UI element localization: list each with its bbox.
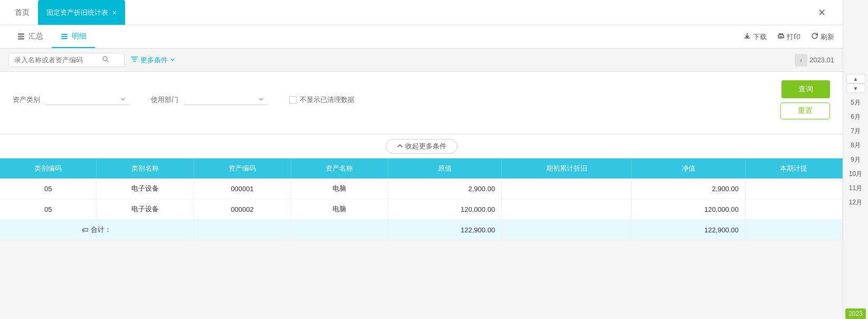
cell-opening-accum-dep bbox=[502, 179, 632, 199]
cell-current-period bbox=[745, 179, 842, 199]
right-sidebar: ▲ ▼ 5月 6月 7月 8月 9月 10月 11月 12月 2023 bbox=[843, 0, 868, 319]
col-asset-name: 资产名称 bbox=[291, 158, 388, 179]
filter-actions: 查询 重置 bbox=[780, 80, 830, 119]
svg-rect-7 bbox=[779, 36, 783, 37]
list-icon bbox=[60, 32, 69, 41]
table-total-row: 🏷 合计： 122,900.00 122,900.00 bbox=[0, 220, 843, 240]
date-label: 2023.01 bbox=[809, 56, 834, 64]
arrow-right-icon: › bbox=[800, 57, 802, 64]
cell-asset-name: 电脑 bbox=[291, 179, 388, 199]
cell-category-name: 电子设备 bbox=[97, 179, 194, 199]
col-net-value: 净值 bbox=[632, 158, 745, 179]
cell-opening-accum-dep bbox=[502, 199, 632, 220]
svg-rect-3 bbox=[61, 34, 68, 35]
usage-dept-field: 使用部门 bbox=[151, 95, 268, 105]
collapse-btn[interactable]: 收起更多条件 bbox=[386, 139, 457, 154]
scroll-down-btn[interactable]: ▼ bbox=[846, 83, 865, 93]
svg-point-8 bbox=[103, 57, 107, 61]
cell-asset-code: 000002 bbox=[194, 199, 291, 220]
svg-rect-4 bbox=[61, 36, 68, 37]
cell-total-label: 🏷 合计： bbox=[0, 220, 194, 240]
filter-icon bbox=[131, 55, 138, 64]
col-category-code: 类别编码 bbox=[0, 158, 97, 179]
year-badge[interactable]: 2023 bbox=[845, 308, 866, 319]
print-icon bbox=[777, 32, 785, 41]
cell-original-value: 2,900.00 bbox=[388, 179, 501, 199]
more-conditions-label: 更多条件 bbox=[140, 55, 168, 65]
query-button[interactable]: 查询 bbox=[781, 80, 830, 98]
tab-close-icon[interactable]: × bbox=[112, 8, 117, 17]
print-label: 打印 bbox=[787, 32, 800, 42]
tag-icon: 🏷 bbox=[82, 226, 89, 234]
asset-category-label: 资产类别 bbox=[13, 95, 40, 105]
reset-button[interactable]: 重置 bbox=[780, 102, 830, 119]
collapse-bar: 收起更多条件 bbox=[0, 135, 843, 158]
search-bar: 更多条件 › 2023.01 bbox=[0, 49, 843, 72]
chevron-up-icon bbox=[397, 143, 403, 151]
expand-arrow-btn[interactable]: › bbox=[795, 54, 807, 67]
svg-rect-2 bbox=[18, 38, 24, 40]
top-nav: 首页 固定资产折旧统计表 × ✕ bbox=[0, 0, 843, 25]
tab-summary[interactable]: 汇总 bbox=[8, 25, 52, 48]
svg-rect-0 bbox=[18, 33, 24, 35]
cell-total-net-value: 122,900.00 bbox=[632, 220, 745, 240]
cell-original-value: 120,000.00 bbox=[388, 199, 501, 220]
usage-dept-label: 使用部门 bbox=[151, 95, 178, 105]
month-7[interactable]: 7月 bbox=[847, 125, 864, 138]
search-input-wrap[interactable] bbox=[8, 53, 125, 67]
collapse-label: 收起更多条件 bbox=[405, 142, 446, 151]
col-current-period: 本期计提 bbox=[745, 158, 842, 179]
exclude-cleared-checkbox-wrap[interactable]: 不显示已清理数据 bbox=[289, 95, 355, 105]
cell-net-value: 2,900.00 bbox=[632, 179, 745, 199]
col-opening-accum-dep: 期初累计折旧 bbox=[502, 158, 632, 179]
cell-total-opening-accum-dep bbox=[502, 220, 632, 240]
cell-category-name: 电子设备 bbox=[97, 199, 194, 220]
cell-category-code: 05 bbox=[0, 179, 97, 199]
svg-rect-5 bbox=[61, 38, 68, 39]
filter-row-1: 资产类别 使用部门 bbox=[13, 80, 830, 119]
layers-icon bbox=[17, 32, 25, 41]
table-row: 05 电子设备 000001 电脑 2,900.00 2,900.00 bbox=[0, 179, 843, 199]
month-5[interactable]: 5月 bbox=[847, 96, 864, 109]
toolbar-right: 下载 打印 刷新 bbox=[743, 32, 834, 42]
table-row: 05 电子设备 000002 电脑 120,000.00 120,000.00 bbox=[0, 199, 843, 220]
main-tab[interactable]: 固定资产折旧统计表 × bbox=[38, 0, 125, 25]
cell-category-code: 05 bbox=[0, 199, 97, 220]
table-header-row: 类别编码 类别名称 资产编码 资产名称 原值 期初累计折旧 净值 本期计提 bbox=[0, 158, 843, 179]
download-icon bbox=[743, 32, 751, 41]
asset-category-select[interactable] bbox=[45, 95, 130, 105]
month-10[interactable]: 10月 bbox=[846, 167, 865, 181]
month-9[interactable]: 9月 bbox=[847, 153, 864, 166]
svg-rect-1 bbox=[18, 35, 24, 37]
window-close-icon[interactable]: ✕ bbox=[809, 7, 834, 18]
exclude-cleared-checkbox[interactable] bbox=[289, 96, 297, 104]
download-label: 下载 bbox=[753, 32, 767, 42]
month-12[interactable]: 12月 bbox=[846, 196, 865, 209]
cell-total-empty-1 bbox=[194, 220, 291, 240]
month-6[interactable]: 6月 bbox=[847, 110, 864, 124]
cell-total-empty-2 bbox=[291, 220, 388, 240]
scroll-arrows: ▲ ▼ bbox=[843, 74, 869, 93]
month-8[interactable]: 8月 bbox=[847, 139, 864, 152]
home-link[interactable]: 首页 bbox=[8, 8, 36, 17]
col-category-name: 类别名称 bbox=[97, 158, 194, 179]
month-11[interactable]: 11月 bbox=[846, 182, 865, 195]
right-panel-indicator: › 2023.01 bbox=[795, 54, 834, 67]
search-icon bbox=[102, 55, 109, 64]
refresh-button[interactable]: 刷新 bbox=[811, 32, 834, 42]
search-input[interactable] bbox=[14, 56, 99, 64]
asset-category-chevron-icon bbox=[120, 96, 126, 104]
more-conditions-btn[interactable]: 更多条件 bbox=[131, 55, 175, 65]
usage-dept-chevron-icon bbox=[259, 96, 264, 104]
download-button[interactable]: 下载 bbox=[743, 32, 767, 42]
chevron-down-icon bbox=[170, 56, 175, 64]
cell-asset-code: 000001 bbox=[194, 179, 291, 199]
usage-dept-select[interactable] bbox=[184, 95, 268, 105]
col-asset-code: 资产编码 bbox=[194, 158, 291, 179]
tab-detail[interactable]: 明细 bbox=[52, 25, 95, 48]
scroll-up-btn[interactable]: ▲ bbox=[846, 74, 865, 83]
exclude-cleared-label: 不显示已清理数据 bbox=[300, 95, 355, 105]
print-button[interactable]: 打印 bbox=[777, 32, 800, 42]
tab-detail-label: 明细 bbox=[72, 32, 87, 41]
refresh-label: 刷新 bbox=[821, 32, 834, 42]
